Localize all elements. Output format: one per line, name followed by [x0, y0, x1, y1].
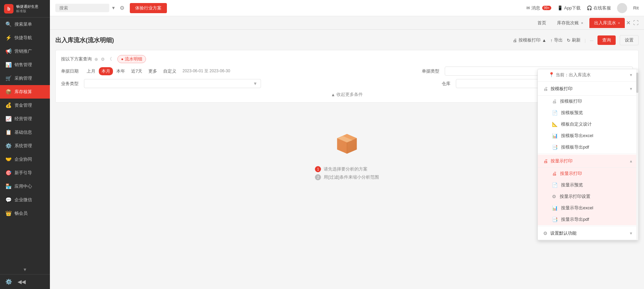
disp-excel-icon: 📊	[552, 205, 558, 211]
warehouse-label: 仓库	[442, 81, 450, 87]
date-custom-btn[interactable]: 自定义	[160, 67, 179, 75]
display-excel-item[interactable]: 📊 按显示导出excel	[538, 202, 638, 214]
tab-close-flow[interactable]: ×	[618, 21, 620, 25]
tab-batch-post[interactable]: 库存批次账×	[552, 18, 588, 28]
nav-icon-guide: 🎯	[5, 170, 12, 176]
tab-home[interactable]: 首页	[533, 18, 551, 28]
active-filter-tag[interactable]: ● 流水明细	[117, 55, 146, 63]
display-print-section-header[interactable]: 🖨 按显示打印 ▲	[538, 155, 638, 168]
sidebar-item-vip[interactable]: 👑畅会员	[0, 207, 50, 220]
template-custom-item[interactable]: 📐 模板自定义设计	[538, 119, 638, 130]
nav-label-wechat: 企业微信	[14, 197, 32, 203]
print-btn[interactable]: 🖨 按模板打印 ▲	[513, 37, 546, 43]
display-print-settings-item[interactable]: ⚙ 按显示打印设置	[538, 191, 638, 202]
template-preview-item[interactable]: 📄 按模板预览	[538, 107, 638, 119]
sidebar-item-finance[interactable]: 💰资金管理	[0, 99, 50, 112]
template-print-header-icon: 🖨	[543, 86, 548, 91]
filter-row-1: 按以下方案查询 ⊕ ⚙ 《 ● 流水明细	[61, 55, 633, 63]
template-print-section-header[interactable]: 🖨 按模板打印 ▼	[538, 82, 638, 96]
sidebar-item-inventory[interactable]: 📦库存核算	[0, 85, 50, 99]
collapse-sidebar-icon[interactable]: ◀◀	[18, 279, 26, 285]
tpl-custom-icon: 📐	[552, 122, 558, 127]
date-field-label: 单据日期	[61, 68, 79, 74]
nav-label-appstore: 应用中心	[14, 183, 32, 189]
search-input[interactable]	[55, 4, 109, 12]
date-last-month-btn[interactable]: 上月	[84, 67, 98, 75]
nav-icon-quick-nav: ⚡	[5, 35, 12, 41]
more-actions-icon[interactable]: ···	[590, 38, 593, 43]
date-7days-btn[interactable]: 近7天	[128, 67, 145, 75]
empty-steps: 1 请先选择要分析的方案 2 用[过滤]条件来缩小分析范围	[315, 166, 379, 182]
collapse-up-icon: ▲	[331, 92, 335, 97]
disp-pdf-icon: 📑	[552, 217, 558, 222]
page-title: 出入库流水(流水明细)	[55, 36, 114, 44]
tab-close-batch-post[interactable]: ×	[581, 21, 583, 25]
disp-preview-icon: 📄	[552, 182, 558, 188]
nav-label-finance: 资金管理	[14, 102, 32, 108]
nav-icon-sales: 📊	[5, 62, 12, 68]
print-arrow-icon: ▲	[542, 38, 546, 43]
app-download-icon: 📱	[557, 5, 563, 10]
page-actions: 🖨 按模板打印 ▲ ↑ 导出 ↻ 刷新 | ··· 查询 设置	[513, 35, 639, 45]
sidebar-item-purchase[interactable]: 🛒采购管理	[0, 72, 50, 85]
filter-settings-icon[interactable]: ⚙	[101, 57, 105, 62]
tab-flow[interactable]: 出入库流水×	[589, 18, 625, 28]
refresh-btn[interactable]: ↻ 刷新	[567, 37, 581, 43]
query-btn[interactable]: 查询	[597, 35, 616, 45]
sidebar-item-appstore[interactable]: 🏪应用中心	[0, 180, 50, 193]
avatar[interactable]	[617, 3, 627, 13]
display-pdf-item[interactable]: 📑 按显示导出pdf	[538, 214, 638, 225]
sidebar-item-sales[interactable]: 📊销售管理	[0, 58, 50, 72]
sidebar-item-quick-nav[interactable]: ⚡快捷导航	[0, 31, 50, 45]
customer-service-btn[interactable]: 🎧 在线客服	[587, 5, 611, 11]
sidebar-item-system[interactable]: ⚙️系统管理	[0, 139, 50, 153]
app-download-btn[interactable]: 📱 App下载	[557, 5, 581, 11]
topbar-settings-icon[interactable]: ⚙	[120, 5, 124, 11]
disp-print-icon: 🖨	[552, 171, 557, 176]
set-default-item[interactable]: ⚙ 设置默认功能 ▼	[538, 227, 638, 240]
nav-icon-purchase: 🛒	[5, 75, 12, 81]
sidebar-item-search[interactable]: 🔍搜索菜单	[0, 18, 50, 31]
search-dropdown-icon[interactable]: ▼	[111, 5, 116, 10]
filter-collapse-icon[interactable]: 《	[108, 56, 112, 62]
sidebar-logo: b 畅捷通好生意 标准版	[0, 0, 50, 18]
template-pdf-item[interactable]: 📑 按模板导出pdf	[538, 141, 638, 153]
nav-label-operations: 经营管理	[14, 116, 32, 122]
empty-step-1: 1 请先选择要分析的方案	[315, 166, 379, 172]
nav-icon-collab: 🤝	[5, 156, 12, 162]
export-btn[interactable]: ↑ 导出	[550, 37, 563, 43]
business-type-select[interactable]: ▼	[84, 79, 261, 88]
dropdown-scrollbar[interactable]	[636, 69, 638, 240]
nav-icon-marketing: 📢	[5, 48, 12, 54]
close-tab-btn[interactable]: ✕	[626, 20, 631, 26]
trial-btn[interactable]: 体验行业方案	[130, 3, 167, 13]
message-icon: ✉	[526, 5, 530, 10]
date-this-month-btn[interactable]: 本月	[99, 67, 113, 75]
template-excel-item[interactable]: 📊 按模板导出excel	[538, 130, 638, 141]
sidebar-item-wechat[interactable]: 💬企业微信	[0, 193, 50, 207]
sidebar-item-collab[interactable]: 🤝企业协同	[0, 153, 50, 166]
filter-add-icon[interactable]: ⊕	[94, 57, 98, 62]
settings-icon[interactable]: ⚙️	[5, 279, 12, 285]
sidebar-item-operations[interactable]: 📈经营管理	[0, 112, 50, 126]
sidebar-item-basic[interactable]: 📋基础信息	[0, 126, 50, 139]
message-btn[interactable]: ✉ 消息 99+	[526, 5, 551, 11]
display-preview-item[interactable]: 📄 按显示预览	[538, 179, 638, 191]
headset-icon: 🎧	[587, 5, 592, 10]
date-this-year-btn[interactable]: 本年	[114, 67, 128, 75]
nav-icon-operations: 📈	[5, 116, 12, 122]
step-2-num: 2	[315, 174, 321, 180]
sidebar-item-guide[interactable]: 🎯新手引导	[0, 166, 50, 180]
display-print-item[interactable]: 🖨 按显示打印	[538, 168, 638, 179]
tpl-pdf-icon: 📑	[552, 144, 558, 150]
date-more-btn[interactable]: 更多	[146, 67, 160, 75]
sidebar-item-marketing[interactable]: 📢营销推广	[0, 45, 50, 58]
nav-label-guide: 新手引导	[14, 170, 32, 176]
print-icon: 🖨	[513, 38, 517, 43]
sidebar-scroll-down[interactable]: ▼	[0, 265, 50, 274]
template-print-item[interactable]: 🖨 按模板打印	[538, 96, 638, 107]
settings-btn[interactable]: 设置	[620, 35, 639, 45]
nav-label-sales: 销售管理	[14, 62, 32, 68]
maximize-tab-btn[interactable]: ⛶	[633, 20, 639, 26]
logo-text: 畅捷通好生意 标准版	[16, 4, 38, 13]
